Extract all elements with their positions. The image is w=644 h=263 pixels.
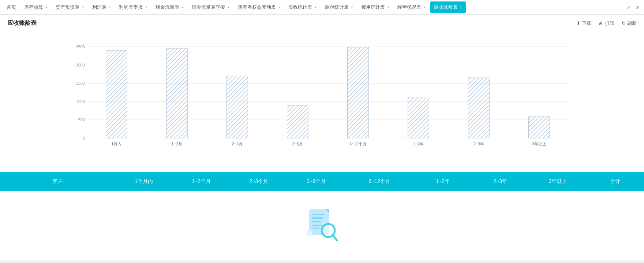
tab-close-ap-stats[interactable]: × xyxy=(351,5,353,9)
main-content: 050010001500200025001月内1~2月2~3月3~6月6~12个… xyxy=(0,32,644,260)
tab-close-operation[interactable]: × xyxy=(423,5,426,9)
tab-cashflow[interactable]: 现金流量表× xyxy=(152,1,187,13)
svg-rect-30 xyxy=(312,214,325,215)
download-button[interactable]: ⬇ 下载 xyxy=(576,20,591,27)
table-header-cell: 1~2年 xyxy=(414,178,471,185)
svg-rect-15 xyxy=(166,49,188,138)
svg-rect-19 xyxy=(287,105,308,138)
print-label: 打印 xyxy=(605,20,614,27)
tab-profit-quarterly[interactable]: 利润表季报× xyxy=(115,1,151,13)
svg-line-37 xyxy=(333,235,337,240)
tab-close-balance[interactable]: × xyxy=(82,5,84,9)
svg-rect-17 xyxy=(227,76,248,138)
svg-text:1500: 1500 xyxy=(76,81,85,85)
tab-close-profit-quarterly[interactable]: × xyxy=(145,5,147,9)
svg-rect-21 xyxy=(348,47,369,138)
svg-text:2~3月: 2~3月 xyxy=(232,142,243,146)
table-header-cell: 2~3个月 xyxy=(230,178,288,185)
tab-label-inventory: 库存核算 xyxy=(24,4,43,11)
tab-profit[interactable]: 利润表× xyxy=(89,1,115,13)
maximize-button[interactable]: ⤢ xyxy=(625,4,632,11)
tab-bar: 首页库存核算×资产负债表×利润表×利润表季报×现金流量表×现金流量表季报×所有者… xyxy=(0,0,644,15)
tab-ap-stats[interactable]: 应付统计表× xyxy=(321,1,357,13)
tab-label-operation: 经营状况表 xyxy=(397,4,421,11)
empty-state xyxy=(0,191,644,260)
print-button[interactable]: 🖨 打印 xyxy=(599,20,614,27)
minimize-button[interactable]: — xyxy=(615,4,622,11)
tab-expense-stats[interactable]: 费用统计表× xyxy=(357,1,393,13)
svg-rect-25 xyxy=(468,78,490,138)
tab-close-ar-aging[interactable]: × xyxy=(460,5,462,9)
svg-rect-31 xyxy=(312,217,323,219)
print-icon: 🖨 xyxy=(599,20,603,26)
svg-text:2000: 2000 xyxy=(76,63,85,67)
tab-close-equity[interactable]: × xyxy=(278,5,280,9)
empty-illustration xyxy=(302,206,342,246)
tab-label-ap-stats: 应付统计表 xyxy=(325,4,349,11)
tab-label-ar-stats: 应收统计表 xyxy=(288,4,312,11)
tab-close-cashflow-quarterly[interactable]: × xyxy=(227,5,229,9)
tab-label-ar-aging: 应收账龄表 xyxy=(434,4,458,11)
table-header-cell: 客户 xyxy=(0,178,115,185)
download-icon: ⬇ xyxy=(576,20,580,26)
table-header-cell: 2~3年 xyxy=(472,178,529,185)
table-header-cell: 3年以上 xyxy=(529,178,587,185)
tab-home[interactable]: 首页 xyxy=(3,1,20,13)
tab-close-profit[interactable]: × xyxy=(109,5,111,9)
close-button[interactable]: ✕ xyxy=(634,4,641,11)
table-header: 客户1个月内1~2个月2~3个月3~6个月6~12个月1~2年2~3年3年以上合… xyxy=(0,172,644,191)
tab-close-ar-stats[interactable]: × xyxy=(314,5,317,9)
svg-rect-23 xyxy=(408,98,429,138)
chart-area: 050010001500200025001月内1~2月2~3月3~6月6~12个… xyxy=(0,32,644,172)
tab-cashflow-quarterly[interactable]: 现金流量表季报× xyxy=(188,1,233,13)
tab-label-home: 首页 xyxy=(7,4,16,11)
tab-close-cashflow[interactable]: × xyxy=(181,5,184,9)
table-header-cell: 6~12个月 xyxy=(345,178,414,185)
tab-ar-aging[interactable]: 应收账龄表× xyxy=(430,1,466,13)
tab-ar-stats[interactable]: 应收统计表× xyxy=(285,1,320,13)
table-header-cell: 1个月内 xyxy=(115,178,172,185)
svg-text:1月内: 1月内 xyxy=(111,142,121,146)
tab-label-profit-quarterly: 利润表季报 xyxy=(119,4,143,11)
tab-close-inventory[interactable]: × xyxy=(45,5,48,9)
toolbar-actions: ⬇ 下载 🖨 打印 ↻ 刷新 xyxy=(576,20,637,27)
svg-text:500: 500 xyxy=(78,118,85,122)
bar-chart-svg: 050010001500200025001月内1~2月2~3月3~6月6~12个… xyxy=(22,39,622,156)
tab-label-balance: 资产负债表 xyxy=(56,4,79,11)
tab-inventory[interactable]: 库存核算× xyxy=(20,1,51,13)
tab-label-cashflow: 现金流量表 xyxy=(156,4,179,11)
tab-equity[interactable]: 所有者权益变动表× xyxy=(234,1,284,13)
page-title-bar: 应收账龄表 ⬇ 下载 🖨 打印 ↻ 刷新 xyxy=(0,15,644,32)
svg-text:3年以上: 3年以上 xyxy=(532,142,546,146)
table-header-cell: 合计 xyxy=(587,178,644,185)
svg-text:1~2月: 1~2月 xyxy=(172,142,183,146)
tab-label-equity: 所有者权益变动表 xyxy=(238,4,276,11)
tab-label-cashflow-quarterly: 现金流量表季报 xyxy=(192,4,225,11)
svg-point-36 xyxy=(323,226,333,235)
tab-label-expense-stats: 费用统计表 xyxy=(361,4,385,11)
page-title: 应收账龄表 xyxy=(7,19,37,27)
window-controls: — ⤢ ✕ xyxy=(615,4,641,11)
svg-point-34 xyxy=(306,230,312,236)
tab-operation[interactable]: 经营状况表× xyxy=(394,1,429,13)
table-header-cell: 1~2个月 xyxy=(172,178,230,185)
svg-rect-32 xyxy=(312,221,321,222)
refresh-label: 刷新 xyxy=(627,20,637,27)
table-header-cell: 3~6个月 xyxy=(288,178,345,185)
svg-rect-39 xyxy=(312,228,319,229)
svg-text:0: 0 xyxy=(83,136,85,140)
svg-text:1~2年: 1~2年 xyxy=(413,142,424,146)
download-label: 下载 xyxy=(582,20,591,27)
svg-text:1000: 1000 xyxy=(76,99,85,104)
tab-label-profit: 利润表 xyxy=(92,4,106,11)
svg-text:6~12个月: 6~12个月 xyxy=(349,142,367,146)
refresh-button[interactable]: ↻ 刷新 xyxy=(622,20,637,27)
tab-close-expense-stats[interactable]: × xyxy=(387,5,389,9)
svg-text:3~6月: 3~6月 xyxy=(292,142,303,146)
refresh-icon: ↻ xyxy=(622,20,626,26)
svg-text:2500: 2500 xyxy=(76,45,85,49)
svg-text:2~3年: 2~3年 xyxy=(473,142,484,146)
tab-balance[interactable]: 资产负债表× xyxy=(52,1,87,13)
svg-rect-13 xyxy=(106,50,127,138)
svg-rect-27 xyxy=(529,116,550,138)
